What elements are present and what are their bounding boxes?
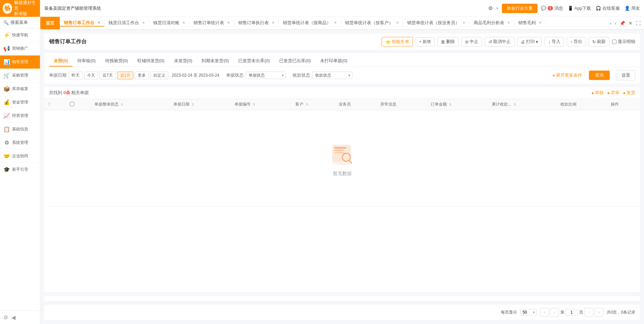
th-accumulated-payment[interactable]: 累计收款... ⇅ [488,99,557,110]
expand-btn[interactable]: ▾ 展开更多条件 [553,72,582,78]
tab-close-sales-order-stats[interactable]: ✕ [227,21,230,25]
tab-sales-profit[interactable]: 销售毛利✕ [514,20,546,26]
smart-generate-btn[interactable]: ⭐ 智能生单 [382,37,413,46]
sidebar-item-basic[interactable]: 📋基础信息 [0,123,40,136]
tab-close-sales-order-workbench[interactable]: ✕ [97,21,100,25]
add-btn[interactable]: + 新增 [416,37,434,46]
logo-text: 畅捷通好生意 标准版 [14,0,37,17]
tab-close-sales-stats-product[interactable]: ✕ [334,21,337,25]
topbar-user[interactable]: 👤 用友 [625,5,640,11]
topbar-online-service[interactable]: 🎧 在线客服 [596,5,620,11]
date-btn-yesterday[interactable]: 昨天 [69,72,83,79]
topbar-app-download[interactable]: 📱 App下载 [568,5,591,11]
tab-pin[interactable]: 📌 [618,20,627,27]
tab-sales-order-exec[interactable]: 销售订单执行表✕ [234,20,279,26]
sidebar-item-purchase[interactable]: 🛒采购管理 [0,69,40,82]
sidebar-item-marketing[interactable]: 📢营销推广 [0,42,40,55]
tab-close-cash-goods-reconcile[interactable]: ✕ [182,21,185,25]
tab-close-all[interactable]: ✕ [627,20,634,27]
status-select[interactable]: 单据状态 [246,72,286,79]
sidebar-item-guide[interactable]: 🎓新手引导 [0,163,40,176]
topbar-messages[interactable]: 💬 6 消息 [541,5,563,11]
filter-tab-overdue-not-shipped[interactable]: 到期未发货(0) [197,56,233,67]
topbar-settings-icon[interactable]: ⚙ [488,5,493,11]
th-customer[interactable]: 客户 ⇅ [292,99,335,110]
sidebar-search[interactable]: 🔍 搜索菜单 [0,17,40,29]
date-btn-week[interactable]: 近7天 [99,72,116,79]
per-page-select[interactable]: 102050100 [520,309,537,316]
select-all-checkbox[interactable] [70,102,74,106]
cancel-suspend-btn[interactable]: ↺ 取消中止 [485,37,514,46]
date-btn-custom[interactable]: 自定义 [150,72,168,79]
tab-sales-stats-customer[interactable]: 销货单统计表（按客户）✕ [341,20,403,26]
delete-btn[interactable]: 🗑 删除 [437,37,459,46]
sidebar-item-inventory[interactable]: 📦库存核算 [0,82,40,96]
filter-tab-pending-review[interactable]: 待审核(0) [73,56,100,67]
tab-label-sales-stats-product: 销货单统计表（按商品） [283,20,331,26]
show-detail-label[interactable]: 显示明细 [612,39,635,45]
tab-home[interactable]: 首页 [40,17,60,29]
sidebar-item-quick-nav[interactable]: ⚡快捷导航 [0,29,40,42]
tab-product-margin[interactable]: 商品毛利分析表✕ [470,20,514,26]
th-status[interactable]: 单据整体状态 ⇅ [91,99,170,110]
th-order-amount[interactable]: 订单金额 ⇅ [427,99,488,110]
filter-tab-shipped-not-out[interactable]: 已发货未出库(0) [233,56,274,67]
tab-cash-daily-clear[interactable]: 钱货日清工作台✕ [104,20,149,26]
sidebar-item-system[interactable]: ⚙系统管理 [0,136,40,150]
tab-close-sales-stats-customer[interactable]: ✕ [396,21,399,25]
filter-tab-wangpu-pending-ship[interactable]: 旺铺待发货(0) [133,56,169,67]
refresh-btn[interactable]: ↻ 刷新 [589,37,609,46]
date-btn-month[interactable]: 近1月 [117,72,134,79]
payment-select[interactable]: 收款状态 [312,72,352,79]
th-date[interactable]: 单据日期 ⇅ [170,99,231,110]
review-action[interactable]: ● 审核 [591,90,604,96]
import-btn[interactable]: ↓ 导入 [545,37,564,46]
tab-sales-stats-salesman[interactable]: 销货单统计表（按业务员）✕ [403,20,470,26]
date-btn-more[interactable]: 更多 [135,72,149,79]
prev-page-btn[interactable]: ‹ [550,308,559,317]
suspend-btn[interactable]: ⊘ 中止 [461,37,482,46]
show-detail-checkbox[interactable] [612,40,616,44]
sidebar-bottom: ⚙ ◀ [0,311,40,324]
page-input[interactable]: 1 [566,309,578,316]
industry-btn[interactable]: 体验行业方案 [502,4,538,13]
tab-sales-order-workbench[interactable]: 销售订单工作台✕ [60,20,104,27]
tab-close-product-margin[interactable]: ✕ [507,21,510,25]
filter-tab-not-shipped[interactable]: 未发货(0) [169,56,197,67]
print-btn[interactable]: 🖨 打印 ▾ [517,37,542,46]
topbar-dropdown-icon[interactable]: ▾ [496,6,499,11]
cancel-review-action[interactable]: ● 弃审 [607,90,619,96]
tab-scroll-right[interactable]: › [613,20,617,27]
tab-sales-stats-product[interactable]: 销货单统计表（按商品）✕ [279,20,341,26]
filter-tab-shipped-out[interactable]: 已发货已出库(0) [274,56,315,67]
delete-icon: 🗑 [441,39,445,44]
query-btn[interactable]: 查询 [589,71,610,80]
tab-cash-goods-reconcile[interactable]: 钱货日清对账✕ [149,20,189,26]
first-page-btn[interactable]: « [540,308,549,317]
last-page-btn[interactable]: » [595,308,603,317]
collapse-icon[interactable]: ◀ [11,314,15,321]
filter-tab-not-printed[interactable]: 未打印单据(0) [315,56,352,67]
tab-close-sales-order-exec[interactable]: ✕ [272,21,274,25]
tab-sales-order-stats[interactable]: 销售订单统计表✕ [189,20,234,26]
sidebar-item-sales[interactable]: 📊销售管理 [0,55,40,69]
settings-icon[interactable]: ⚙ [3,314,8,321]
sidebar-item-operation[interactable]: 📈经营管理 [0,109,40,123]
sidebar-item-finance[interactable]: 💰资金管理 [0,96,40,109]
tab-close-sales-profit[interactable]: ✕ [539,21,542,25]
tab-scroll-left[interactable]: ‹ [608,20,613,27]
setting-btn[interactable]: 设置 [616,70,635,80]
ship-action[interactable]: ● 发货 [623,90,635,96]
th-number[interactable]: 单据编号 ⇅ [231,99,292,110]
sidebar-item-cooperation[interactable]: 🤝企业协同 [0,150,40,163]
filter-tab-pending-inspect[interactable]: 待拣验货(0) [100,56,133,67]
tab-maximize[interactable]: ⛶ [635,20,642,27]
horizontal-scrollbar[interactable] [44,295,640,301]
tab-close-sales-stats-salesman[interactable]: ✕ [463,21,465,25]
tab-close-cash-daily-clear[interactable]: ✕ [142,21,145,25]
next-page-btn[interactable]: › [585,308,593,317]
export-btn[interactable]: ↑ 导出 [567,37,586,46]
filter-tab-all[interactable]: 全部(0) [49,56,73,67]
date-btn-today[interactable]: 今天 [84,72,98,79]
main-area: 装备及固定资产辅助管理系统 ⚙ ▾ 体验行业方案 💬 6 消息 📱 App下载 … [40,0,644,324]
